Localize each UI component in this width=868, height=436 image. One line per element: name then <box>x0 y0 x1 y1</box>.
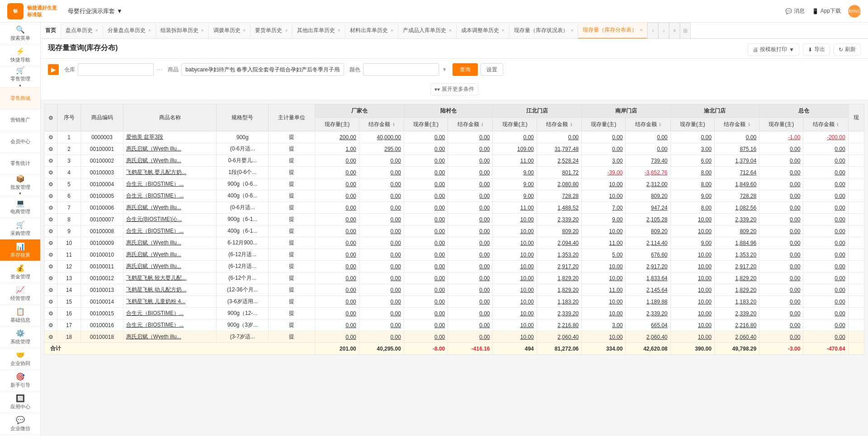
row-name[interactable]: 惠氏启赋（Wyeth illu... <box>123 202 216 214</box>
row-factory-qty[interactable]: 0.00 <box>315 225 359 237</box>
tab-close-5[interactable]: × <box>285 28 288 33</box>
row-name[interactable]: 惠氏启赋（Wyeth illu... <box>123 155 216 167</box>
row-factory-qty[interactable]: 0.00 <box>315 308 359 319</box>
row-lvcun-qty[interactable]: 0.00 <box>404 178 448 190</box>
row-name[interactable]: 合生元（BIOSTIME）... <box>123 178 216 190</box>
message-btn[interactable]: 💬 消息 <box>785 7 805 15</box>
set-btn[interactable]: 设置 <box>481 63 503 76</box>
row-factory-qty[interactable]: 0.00 <box>315 202 359 214</box>
goods-input[interactable] <box>181 63 344 76</box>
row-total-qty[interactable]: 0.00 <box>760 225 803 237</box>
row-name[interactable]: 惠氏启赋（Wyeth illu... <box>123 237 216 249</box>
row-factory-qty[interactable]: 0.00 <box>315 331 359 343</box>
row-gear[interactable]: ⚙ <box>45 131 57 143</box>
row-yubei-qty[interactable]: 9.00 <box>670 237 714 249</box>
warehouse-input[interactable] <box>78 63 154 76</box>
row-gear[interactable]: ⚙ <box>45 214 57 225</box>
sidebar-item-quicknav[interactable]: ⚡ 快捷导航 <box>0 44 40 66</box>
warehouse-dots-btn[interactable]: ··· <box>156 66 162 74</box>
row-total-qty[interactable]: 0.00 <box>760 331 803 343</box>
gear-header[interactable]: ⚙ <box>45 104 57 131</box>
row-nanan-qty[interactable]: 10.00 <box>582 190 626 202</box>
row-total-qty[interactable]: -1.00 <box>760 131 803 143</box>
sidebar-item-basic[interactable]: 📋 基础信息 <box>0 305 40 326</box>
row-lvcun-qty[interactable]: 0.00 <box>404 319 448 331</box>
tab-home[interactable]: 首页 <box>41 23 61 39</box>
row-total-qty[interactable]: 0.00 <box>760 143 803 155</box>
row-gear[interactable]: ⚙ <box>45 296 57 308</box>
row-yubei-qty[interactable]: 8.00 <box>670 202 714 214</box>
row-lvcun-qty[interactable]: 0.00 <box>404 272 448 284</box>
nanan-amt-info[interactable]: ℹ <box>659 122 661 127</box>
tab-close-10[interactable]: × <box>571 28 574 33</box>
row-gear[interactable]: ⚙ <box>45 319 57 331</box>
corp-dropdown[interactable]: 母婴行业演示库套 ▼ <box>68 7 123 15</box>
sidebar-item-retail-stat[interactable]: 零售统计 <box>0 153 40 174</box>
sidebar-item-system[interactable]: ⚙️ 系统管理 <box>0 326 40 348</box>
tab-stocktake-history[interactable]: 盘点单历史 × <box>61 23 103 39</box>
refresh-btn[interactable]: ↻ 刷新 <box>834 43 861 56</box>
row-name[interactable]: 飞鹤星飞帆 婴儿配方奶... <box>123 167 216 178</box>
row-lvcun-qty[interactable]: 0.00 <box>404 308 448 319</box>
sidebar-item-mall[interactable]: 零售商城 <box>0 88 40 109</box>
sidebar-item-search[interactable]: 🔍 搜索英单 <box>0 23 40 44</box>
row-lvcun-qty[interactable]: 0.00 <box>404 214 448 225</box>
row-lvcun-qty[interactable]: 0.00 <box>404 331 448 343</box>
row-factory-qty[interactable]: 1.00 <box>315 143 359 155</box>
row-yubei-qty[interactable]: 10.00 <box>670 319 714 331</box>
expand-btn[interactable]: ▶ <box>48 64 59 75</box>
tab-requisition[interactable]: 要货单历史 × <box>250 23 292 39</box>
row-jiangbei-qty[interactable]: 10.00 <box>493 272 537 284</box>
row-name[interactable]: 惠氏启赋（Wyeth illu... <box>123 261 216 272</box>
row-factory-qty[interactable]: 0.00 <box>315 261 359 272</box>
row-nanan-qty[interactable]: 10.00 <box>582 261 626 272</box>
row-name[interactable]: 爱他美 盆萃3段 <box>123 131 216 143</box>
row-total-qty[interactable]: 0.00 <box>760 190 803 202</box>
user-profile[interactable]: demo2 <box>848 5 861 18</box>
sidebar-item-member[interactable]: 会员中心 <box>0 131 40 153</box>
row-factory-qty[interactable]: 0.00 <box>315 190 359 202</box>
row-lvcun-qty[interactable]: 0.00 <box>404 190 448 202</box>
total-amt-info[interactable]: ℹ <box>837 122 839 127</box>
row-yubei-qty[interactable]: 10.00 <box>670 261 714 272</box>
tab-close-4[interactable]: × <box>243 28 246 33</box>
row-yubei-qty[interactable]: 10.00 <box>670 225 714 237</box>
row-gear[interactable]: ⚙ <box>45 272 57 284</box>
row-nanan-qty[interactable]: 0.00 <box>582 131 626 143</box>
row-nanan-qty[interactable]: 10.00 <box>582 331 626 343</box>
row-nanan-qty[interactable]: 10.00 <box>582 272 626 284</box>
row-name[interactable]: 飞鹤星飞帆 幼儿配方奶... <box>123 284 216 296</box>
row-factory-qty[interactable]: 0.00 <box>315 178 359 190</box>
tab-cost-adjust[interactable]: 成本调整单历史 × <box>457 23 509 39</box>
tab-close-2[interactable]: × <box>148 28 151 33</box>
tab-other-out[interactable]: 其他出库单历史 × <box>292 23 345 39</box>
row-total-qty[interactable]: 0.00 <box>760 214 803 225</box>
tab-stock-status[interactable]: 现存量（库存状况表） × <box>509 23 579 39</box>
row-name[interactable]: 惠氏启赋（Wyeth illu... <box>123 331 216 343</box>
tab-stock-dist[interactable]: 现存量（库存分布表） × <box>578 23 647 39</box>
row-jiangbei-qty[interactable]: 10.00 <box>493 296 537 308</box>
color-dropdown-icon[interactable]: ▼ <box>442 66 447 73</box>
row-nanan-qty[interactable]: 9.00 <box>582 214 626 225</box>
row-jiangbei-qty[interactable]: 11.00 <box>493 155 537 167</box>
row-yubei-qty[interactable]: 6.00 <box>670 155 714 167</box>
row-yubei-qty[interactable]: 10.00 <box>670 331 714 343</box>
row-total-qty[interactable]: 0.00 <box>760 319 803 331</box>
row-name[interactable]: 合生元（BIOSTIME）... <box>123 190 216 202</box>
row-lvcun-qty[interactable]: 0.00 <box>404 261 448 272</box>
row-jiangbei-qty[interactable]: 10.00 <box>493 331 537 343</box>
row-nanan-qty[interactable]: 5.00 <box>582 249 626 261</box>
row-factory-qty[interactable]: 0.00 <box>315 296 359 308</box>
row-lvcun-qty[interactable]: 0.00 <box>404 155 448 167</box>
row-total-qty[interactable]: 0.00 <box>760 272 803 284</box>
row-factory-qty[interactable]: 0.00 <box>315 319 359 331</box>
row-yubei-qty[interactable]: 10.00 <box>670 284 714 296</box>
row-total-qty[interactable]: 0.00 <box>760 308 803 319</box>
row-gear[interactable]: ⚙ <box>45 155 57 167</box>
row-nanan-qty[interactable]: 3.00 <box>582 319 626 331</box>
row-gear[interactable]: ⚙ <box>45 249 57 261</box>
jiangbei-amt-info[interactable]: ℹ <box>571 122 572 127</box>
sidebar-item-ecommerce[interactable]: 💻 电商管理 <box>0 196 40 218</box>
row-total-qty[interactable]: 0.00 <box>760 296 803 308</box>
row-lvcun-qty[interactable]: 0.00 <box>404 296 448 308</box>
